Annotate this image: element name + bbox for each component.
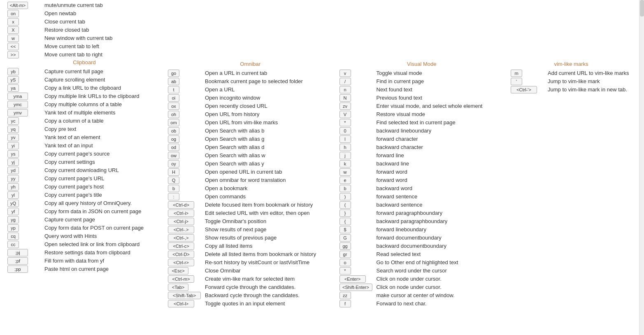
table-row: ycCopy a column of a table — [7, 117, 161, 125]
desc: Open newtab — [44, 10, 161, 16]
key-badge: cq — [7, 233, 19, 240]
desc: Yank text of an input — [44, 142, 161, 149]
key-col: m — [511, 70, 548, 77]
key-col: od — [168, 144, 205, 151]
key-col: k — [339, 160, 377, 168]
table-row: ogOpen Search with alias g — [168, 135, 333, 143]
table-row: oxOpen recently closed URL — [168, 102, 333, 110]
key-col: } — [339, 209, 377, 217]
table-row: bbackward word — [339, 185, 505, 192]
scrollbar[interactable] — [639, 0, 644, 335]
table-row: goOpen a URL in current tab — [168, 70, 333, 77]
key-badge: <Ctrl-.> — [168, 226, 194, 233]
key-col: b — [339, 185, 377, 192]
desc: Copy form data for POST on current page — [44, 225, 161, 231]
table-row: jforward line — [339, 152, 505, 159]
key-col: t — [168, 86, 205, 93]
table-row: ;pfFill form with data from yf — [7, 257, 161, 265]
table-row: ccOpen selected link or link from clipbo… — [7, 241, 161, 248]
desc: Copy current page's URL — [44, 175, 161, 181]
key-col: <Ctrl-l> — [168, 300, 205, 307]
desc: Open Search with alias y — [205, 161, 333, 167]
key-rr: >> — [7, 51, 44, 58]
key-badge: <Ctrl-m> — [168, 275, 194, 283]
key-col: * — [339, 119, 377, 126]
table-row: VRestore visual mode — [339, 111, 505, 118]
key-badge: <Ctrl-'> — [511, 86, 537, 93]
key-col: go — [168, 70, 205, 77]
table-row: abBookmark current page to selected fold… — [168, 78, 333, 85]
scrollbar-thumb[interactable] — [640, 0, 644, 16]
desc: Copy current downloading URL — [44, 167, 161, 173]
desc: Copy pre text — [44, 126, 161, 132]
visual-section-title[interactable]: Visual Mode — [339, 61, 505, 67]
desc: Enter visual mode, and select whole elem… — [377, 103, 505, 109]
key-col: ox — [168, 102, 205, 110]
key-col: <Shift-Enter> — [339, 284, 377, 291]
desc: Close current tab — [44, 19, 161, 25]
key-col: ymv — [7, 109, 44, 116]
table-row: grRead selected text — [339, 251, 505, 258]
key-badge: yf — [7, 208, 19, 215]
key-col: og — [168, 135, 205, 143]
table-row: ohOpen URL from history — [168, 111, 333, 118]
table-row: oiOpen incognito window — [168, 94, 333, 102]
desc: Open omnibar for word translation — [205, 177, 333, 183]
key-badge: zv — [339, 102, 351, 110]
vim-marks-section-title[interactable]: vim-like marks — [511, 61, 632, 67]
key-badge: <Ctrl-i> — [168, 209, 194, 217]
desc: Paste html on current page — [44, 266, 161, 272]
table-row: yfCopy form data in JSON on current page — [7, 208, 161, 215]
key-col: $ — [339, 226, 377, 233]
table-row: ;ppPaste html on current page — [7, 265, 161, 273]
key-col: h — [339, 144, 377, 151]
row-rr: >> Move current tab to right — [7, 51, 161, 58]
key-badge: <Esc> — [168, 267, 188, 275]
table-row: <Ctrl-i>Edit selected URL with vim edito… — [168, 209, 333, 217]
clipboard-section-title[interactable]: Clipboard — [7, 59, 161, 65]
key-badge: G — [339, 234, 351, 242]
table-row: wforward word — [339, 168, 505, 176]
table-row: *Find selected text in current page — [339, 119, 505, 126]
desc: forward word — [377, 169, 505, 175]
key-col: ymc — [7, 101, 44, 108]
desc: Open recently closed URL — [205, 103, 333, 109]
key-badge: H — [168, 168, 179, 176]
desc: Open URL from vim-like marks — [205, 119, 333, 126]
table-row: yhCopy current page's host — [7, 183, 161, 191]
desc: backward character — [377, 144, 505, 150]
table-row: kbackward line — [339, 160, 505, 168]
row-x: x Close current tab — [7, 18, 161, 26]
desc: Delete focused item from bookmark or his… — [205, 202, 333, 208]
desc: Next found text — [377, 86, 505, 93]
table-row: 'Jump to vim-like mark — [511, 78, 632, 85]
key-badge: >> — [7, 51, 19, 58]
table-row: ySCapture scrolling element — [7, 76, 161, 84]
desc: Open URL from history — [205, 111, 333, 117]
key-badge: yl — [7, 191, 19, 199]
table-row: vToggle visual mode — [339, 70, 505, 77]
table-row: tOpen a URL — [168, 86, 333, 93]
clipboard-rows: ybCapture current full pageySCapture scr… — [7, 68, 161, 273]
key-badge: ow — [168, 152, 179, 159]
desc: New window with current tab — [44, 35, 161, 41]
desc: Show results of previous page — [205, 235, 333, 241]
key-col: yl — [7, 191, 44, 199]
key-badge: b — [339, 185, 351, 192]
key-col: yc — [7, 117, 44, 125]
omnibar-section-title[interactable]: Omnibar — [168, 61, 333, 67]
key-col: gg — [339, 242, 377, 250]
desc: Toggle visual mode — [377, 70, 505, 76]
desc: Toggle Omnibar's position — [205, 218, 333, 224]
table-row: }forward paragraphboundary — [339, 209, 505, 217]
desc: Open a URL — [205, 86, 333, 93]
desc: forward sentence — [377, 193, 505, 200]
desc: Copy all query history of OmniQuery. — [44, 200, 161, 206]
key-col: j — [339, 152, 377, 159]
desc: Open Search with alias w — [205, 152, 333, 158]
desc: Jump to vim-like mark — [548, 78, 632, 84]
row-alt-m: <Alt-m> mute/unmute current tab — [7, 2, 161, 9]
key-col: yQ — [7, 200, 44, 207]
table-row: fForward to next char. — [339, 300, 505, 307]
key-col: 0 — [339, 127, 377, 135]
